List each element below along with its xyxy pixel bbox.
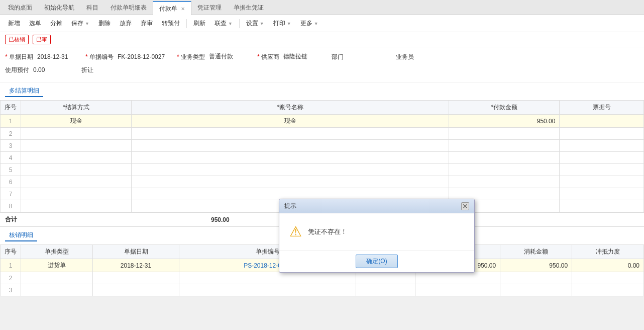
warning-icon: ⚠ [289, 223, 302, 240]
dialog-overlay: 提示 ✕ ⚠ 凭证不存在！ 确定(O) [0, 0, 644, 296]
dialog-close-btn[interactable]: ✕ [461, 202, 469, 210]
dialog-title-text: 提示 [284, 202, 296, 210]
dialog-footer: 确定(O) [279, 250, 474, 272]
dialog: 提示 ✕ ⚠ 凭证不存在！ 确定(O) [279, 199, 475, 273]
dialog-title-bar: 提示 ✕ [279, 199, 474, 213]
dialog-confirm-btn[interactable]: 确定(O) [356, 255, 397, 268]
dialog-body: ⚠ 凭证不存在！ [279, 213, 474, 250]
dialog-message: 凭证不存在！ [308, 227, 347, 236]
